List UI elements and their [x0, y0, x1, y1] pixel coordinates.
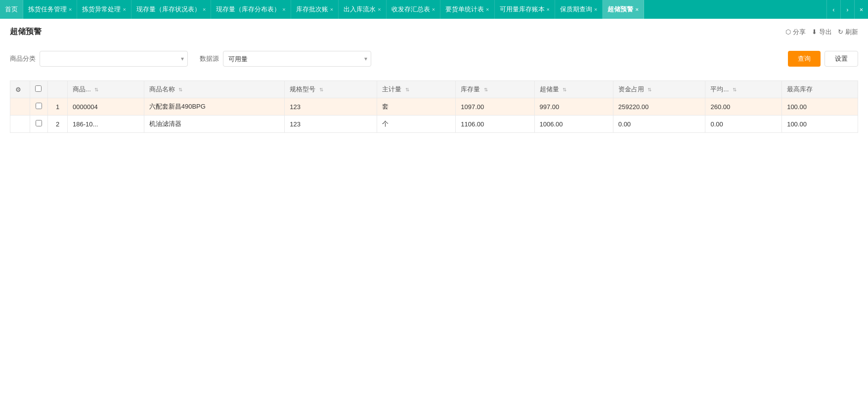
table-row: 1 0000004 六配套新昌490BPG 123 套 1097.00 997.…: [10, 98, 858, 116]
row-avg: 0.00: [705, 116, 782, 133]
nav-arrows: ‹ › ×: [826, 0, 868, 19]
nav-close-icon[interactable]: ×: [123, 6, 126, 12]
th-capital[interactable]: 资金占用 ⇅: [613, 81, 705, 98]
row-capital: 259220.00: [613, 98, 705, 116]
datasource-select[interactable]: 可用量: [223, 51, 371, 67]
th-avg[interactable]: 平均... ⇅: [705, 81, 782, 98]
nav-stock-status[interactable]: 现存量（库存状况表） ×: [131, 0, 211, 19]
row-capital: 0.00: [613, 116, 705, 133]
nav-close-icon[interactable]: ×: [378, 6, 381, 12]
sort-icon: ⇅: [405, 87, 409, 92]
page-header: 超储预警 ⬡ 分享 ⬇ 导出 ↻ 刷新: [10, 27, 858, 37]
nav-stock-batch[interactable]: 库存批次账 ×: [291, 0, 339, 19]
settings-button[interactable]: 设置: [825, 51, 858, 67]
th-overstock[interactable]: 超储量 ⇅: [534, 81, 613, 98]
sort-icon: ⇅: [178, 87, 182, 92]
category-select[interactable]: [40, 51, 188, 67]
row-overstock: 997.00: [534, 98, 613, 116]
nav-close-icon[interactable]: ×: [635, 6, 638, 12]
datasource-label: 数据源: [200, 54, 219, 63]
top-navigation: 首页 拣货任务管理 × 拣货异常处理 × 现存量（库存状况表） × 现存量（库存…: [0, 0, 868, 19]
select-all-checkbox[interactable]: [35, 85, 42, 92]
sort-icon: ⇅: [94, 87, 98, 92]
nav-close-icon[interactable]: ×: [330, 6, 333, 12]
row-unit: 个: [377, 116, 456, 133]
row-num: 1: [48, 98, 68, 116]
row-max-stock: 100.00: [782, 116, 858, 133]
row-checkbox-cell: [30, 98, 48, 116]
nav-available-stock[interactable]: 可用量库存账本 ×: [495, 0, 555, 19]
nav-close-icon[interactable]: ×: [547, 6, 550, 12]
row-checkbox[interactable]: [36, 120, 42, 126]
category-select-wrapper: ▾: [40, 51, 188, 67]
row-stock: 1097.00: [456, 98, 534, 116]
sort-icon: ⇅: [648, 87, 651, 92]
category-label: 商品分类: [10, 54, 36, 63]
nav-pick-exception[interactable]: 拣货异常处理 ×: [77, 0, 131, 19]
filter-actions: 查询 设置: [788, 51, 858, 67]
page-title: 超储预警: [10, 27, 42, 37]
nav-inout-flow[interactable]: 出入库流水 ×: [339, 0, 386, 19]
nav-close-icon[interactable]: ×: [203, 6, 206, 12]
data-table: ⚙ 商品... ⇅ 商品名称 ⇅ 规格型号 ⇅: [10, 80, 858, 133]
nav-close-icon[interactable]: ×: [282, 6, 285, 12]
table-row: 2 186-10... 机油滤清器 123 个 1106.00 1006.00 …: [10, 116, 858, 133]
nav-order-stats[interactable]: 要货单统计表 ×: [440, 0, 494, 19]
row-num: 2: [48, 116, 68, 133]
nav-collect-summary[interactable]: 收发存汇总表 ×: [387, 0, 440, 19]
th-product-name[interactable]: 商品名称 ⇅: [144, 81, 285, 98]
row-spec: 123: [285, 98, 377, 116]
th-product-code[interactable]: 商品... ⇅: [68, 81, 144, 98]
th-checkbox: [30, 81, 48, 98]
sort-icon: ⇅: [563, 87, 566, 92]
refresh-icon: ↻: [838, 28, 843, 36]
nav-arrow-right[interactable]: ›: [840, 0, 854, 19]
page-content: 超储预警 ⬡ 分享 ⬇ 导出 ↻ 刷新 商品分类 ▾: [0, 19, 868, 395]
export-button[interactable]: ⬇ 导出: [812, 28, 832, 37]
nav-close-icon[interactable]: ×: [594, 6, 597, 12]
nav-stock-dist[interactable]: 现存量（库存分布表） ×: [211, 0, 291, 19]
row-gear: [10, 98, 30, 116]
th-max-stock[interactable]: 最高库存: [782, 81, 858, 98]
row-overstock: 1006.00: [534, 116, 613, 133]
refresh-button[interactable]: ↻ 刷新: [838, 28, 858, 37]
row-max-stock: 100.00: [782, 98, 858, 116]
nav-arrow-left[interactable]: ‹: [826, 0, 840, 19]
category-filter: 商品分类 ▾: [10, 51, 188, 67]
nav-arrow-close[interactable]: ×: [854, 0, 868, 19]
th-spec[interactable]: 规格型号 ⇅: [285, 81, 377, 98]
nav-quality-check[interactable]: 保质期查询 ×: [555, 0, 603, 19]
nav-close-icon[interactable]: ×: [432, 6, 435, 12]
nav-close-icon[interactable]: ×: [486, 6, 489, 12]
th-unit[interactable]: 主计量 ⇅: [377, 81, 456, 98]
sort-icon: ⇅: [484, 87, 488, 92]
row-avg: 260.00: [705, 98, 782, 116]
nav-home[interactable]: 首页: [0, 0, 23, 19]
row-stock: 1106.00: [456, 116, 534, 133]
header-actions: ⬡ 分享 ⬇ 导出 ↻ 刷新: [785, 28, 858, 37]
th-stock[interactable]: 库存量 ⇅: [456, 81, 534, 98]
nav-close-icon[interactable]: ×: [69, 6, 72, 12]
nav-pick-task[interactable]: 拣货任务管理 ×: [23, 0, 77, 19]
export-icon: ⬇: [812, 28, 817, 36]
row-checkbox[interactable]: [36, 103, 42, 109]
sort-icon: ⇅: [733, 87, 737, 92]
table-header-row: ⚙ 商品... ⇅ 商品名称 ⇅ 规格型号 ⇅: [10, 81, 858, 98]
datasource-filter: 数据源 可用量 ▾: [200, 51, 371, 67]
row-product-code: 186-10...: [68, 116, 144, 133]
query-button[interactable]: 查询: [788, 51, 821, 67]
share-button[interactable]: ⬡ 分享: [785, 28, 806, 37]
sort-icon: ⇅: [319, 87, 323, 92]
th-gear: ⚙: [10, 81, 30, 98]
row-checkbox-cell: [30, 116, 48, 133]
th-row-num: [48, 81, 68, 98]
datasource-select-wrapper: 可用量 ▾: [223, 51, 371, 67]
row-spec: 123: [285, 116, 377, 133]
gear-icon[interactable]: ⚙: [15, 86, 21, 93]
row-product-name: 六配套新昌490BPG: [144, 98, 285, 116]
row-unit: 套: [377, 98, 456, 116]
nav-overstock-warning[interactable]: 超储预警 ×: [603, 0, 644, 19]
row-product-code: 0000004: [68, 98, 144, 116]
share-icon: ⬡: [785, 28, 791, 36]
filter-area: 商品分类 ▾ 数据源 可用量 ▾ 查询 设置: [10, 45, 858, 73]
